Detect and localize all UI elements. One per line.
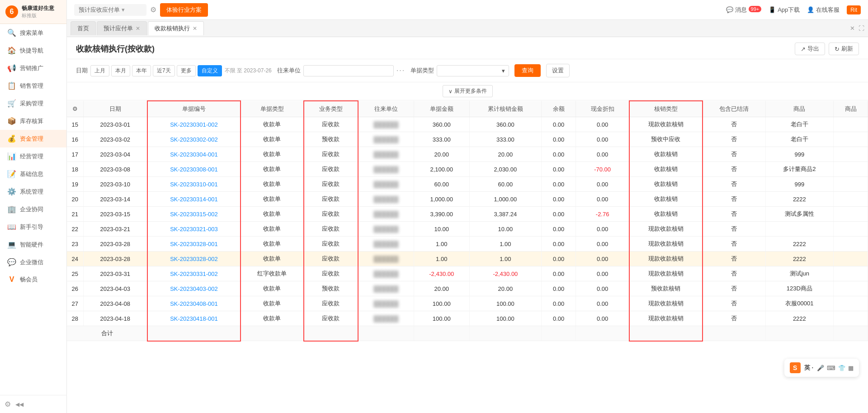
expand-more-button[interactable]: ∨ 展开更多条件 [443,85,493,97]
th-bill-type[interactable]: 单据类型 [241,101,304,117]
breadcrumb[interactable]: 预计应收应付单 ▾ [74,4,146,16]
bill-no-link[interactable]: SK-20230314-001 [170,196,218,203]
user-avatar[interactable]: Rit [847,5,861,14]
tab-prepay-close[interactable]: ✕ [136,25,140,32]
chevron-down-icon: ▾ [502,67,505,74]
cell-bill-no[interactable]: SK-20230408-001 [147,296,241,311]
cell-bill-no[interactable]: SK-20230403-002 [147,281,241,296]
date-btn-this-year[interactable]: 本年 [132,65,151,76]
bill-no-link[interactable]: SK-20230315-002 [170,211,218,218]
sidebar-item-guide[interactable]: 📖 新手引导 [0,218,66,236]
th-unit[interactable]: 往来单位 [358,101,414,117]
bill-no-link[interactable]: SK-20230328-002 [170,256,218,262]
cell-goods2 [834,147,868,162]
th-write-off-type[interactable]: 核销类型 [629,101,702,117]
sidebar-item-basic-info[interactable]: 📝 基础信息 [0,165,66,183]
bill-no-link[interactable]: SK-20230408-001 [170,300,218,307]
cell-bill-no[interactable]: SK-20230328-002 [147,252,241,266]
cell-bill-no[interactable]: SK-20230304-001 [147,147,241,162]
support-label: 在线客服 [816,6,840,14]
th-settings[interactable]: ⚙ [67,101,83,117]
sidebar-item-marketing[interactable]: 📢 营销推广 [0,59,66,77]
cell-bill-no[interactable]: SK-20230418-001 [147,311,241,326]
sidebar-item-wechat[interactable]: 💬 企业微信 [0,253,66,271]
sidebar-item-finance[interactable]: 💰 资金管理 [0,130,66,147]
bill-no-link[interactable]: SK-20230418-001 [170,315,218,322]
sidebar-item-system[interactable]: ⚙️ 系统管理 [0,183,66,200]
cell-bill-no[interactable]: SK-20230331-002 [147,266,241,281]
sidebar-item-inventory[interactable]: 📦 库存核算 [0,112,66,130]
cell-bill-no[interactable]: SK-20230328-001 [147,237,241,252]
mic-icon[interactable]: 🎤 [817,365,824,371]
query-button[interactable]: 查询 [514,64,541,77]
sidebar-item-hardware[interactable]: 💻 智能硬件 [0,236,66,253]
bill-no-link[interactable]: SK-20230321-003 [170,226,218,233]
keyboard-icon[interactable]: ⌨ [827,365,835,371]
refresh-button[interactable]: ↻ 刷新 [829,43,859,55]
cell-bill-no[interactable]: SK-20230302-002 [147,132,241,147]
filter-settings-button[interactable]: 设置 [546,64,570,77]
cell-bill-no[interactable]: SK-20230310-001 [147,177,241,192]
th-biz-type[interactable]: 业务类型 [304,101,358,117]
th-write-off[interactable]: 累计核销金额 [469,101,542,117]
bill-no-link[interactable]: SK-20230304-001 [170,151,218,158]
cell-write-off-type: 现款收款核销 [629,311,702,326]
th-balance[interactable]: 余额 [542,101,576,117]
th-bill-no[interactable]: 单据编号 [147,101,241,117]
date-btn-custom[interactable]: 自定义 [198,65,222,76]
cell-settled: 否 [703,177,766,192]
sidebar-item-enterprise[interactable]: 🏢 企业协同 [0,200,66,218]
unit-dots: ··· [396,66,405,75]
th-date[interactable]: 日期 [83,101,147,117]
sidebar-item-search[interactable]: 🔍 搜索菜单 [0,24,66,42]
th-amount[interactable]: 单据金额 [414,101,469,117]
cell-bill-no[interactable]: SK-20230315-002 [147,207,241,222]
cell-cash-disc: 0.00 [576,147,630,162]
cell-settled: 否 [703,132,766,147]
export-button[interactable]: ↗ 导出 [795,43,825,55]
bill-no-link[interactable]: SK-20230331-002 [170,271,218,277]
bill-type-select[interactable]: ▾ [437,65,509,76]
tab-receipt-close[interactable]: ✕ [193,25,197,32]
sidebar-item-quick-nav[interactable]: 🏠 快捷导航 [0,42,66,59]
tab-prepay[interactable]: 预计应付单 ✕ [97,21,147,35]
messages-section[interactable]: 💬 消息 99+ [726,6,762,14]
th-cash-disc[interactable]: 现金折扣 [576,101,630,117]
bill-no-link[interactable]: SK-20230301-002 [170,121,218,128]
settings-icon[interactable]: ⚙ [5,400,11,408]
bill-no-link[interactable]: SK-20230403-002 [170,285,218,292]
th-goods2[interactable]: 商品 [834,101,868,117]
shirt-icon[interactable]: 👕 [838,365,845,371]
grid-icon[interactable]: ▦ [848,365,854,371]
bill-no-link[interactable]: SK-20230302-002 [170,136,218,143]
cell-bill-no[interactable]: SK-20230308-001 [147,162,241,177]
unit-input[interactable] [303,65,394,76]
date-btn-7days[interactable]: 近7天 [153,65,175,76]
app-download-section[interactable]: 📱 App下载 [769,6,800,14]
cell-bill-no[interactable]: SK-20230301-002 [147,117,241,132]
topbar-gear-icon[interactable]: ⚙ [150,5,156,14]
tab-home[interactable]: 首页 [71,21,96,35]
cell-bill-no[interactable]: SK-20230321-003 [147,222,241,237]
solution-button[interactable]: 体验行业方案 [160,3,208,17]
cell-goods2 [834,117,868,132]
expand-tab-icon[interactable]: ⛶ [859,25,864,32]
sidebar-item-member[interactable]: V 畅会员 [0,271,66,288]
sidebar-item-sales[interactable]: 📋 销售管理 [0,77,66,95]
date-btn-last-month[interactable]: 上月 [90,65,109,76]
sidebar-item-purchase[interactable]: 🛒 采购管理 [0,95,66,112]
bill-no-link[interactable]: SK-20230328-001 [170,241,218,247]
collapse-icon[interactable]: ◀◀ [15,401,24,408]
cell-bill-no[interactable]: SK-20230314-001 [147,192,241,207]
date-btn-more[interactable]: 更多 [177,65,196,76]
date-btn-this-month[interactable]: 本月 [111,65,130,76]
footer-write-off-type [629,326,702,341]
th-settled[interactable]: 包含已结清 [703,101,766,117]
tab-receipt[interactable]: 收款核销执行 ✕ [148,21,204,35]
bill-no-link[interactable]: SK-20230308-001 [170,166,218,173]
th-goods1[interactable]: 商品 [765,101,833,117]
sidebar-item-operations[interactable]: 📊 经营管理 [0,147,66,165]
close-all-icon[interactable]: ✕ [850,25,855,32]
support-section[interactable]: 👤 在线客服 [807,6,840,14]
bill-no-link[interactable]: SK-20230310-001 [170,181,218,188]
